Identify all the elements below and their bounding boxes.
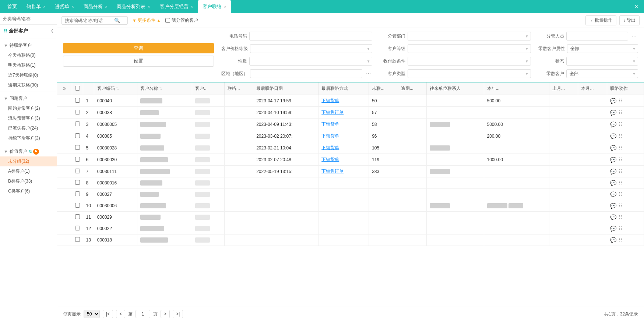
col-this-month[interactable]: 本月...	[578, 82, 607, 95]
more-action-icon[interactable]: ⠿	[619, 145, 622, 151]
more-action-icon[interactable]: ⠿	[619, 237, 622, 243]
nav-tab-商品分析列表[interactable]: 商品分析列表×	[112, 0, 154, 13]
row-checkbox[interactable]	[72, 166, 83, 177]
first-page-btn[interactable]: |<	[103, 310, 113, 318]
col-code[interactable]: 客户编码 ⇅	[94, 82, 137, 95]
my-customers-check[interactable]	[165, 18, 170, 23]
per-page-select[interactable]: 50	[84, 310, 100, 318]
col-unit-contact[interactable]: 往来单位联系人	[427, 82, 484, 95]
row-check-7[interactable]	[75, 180, 80, 185]
last-way-link[interactable]: 下销货单	[321, 121, 339, 127]
sidebar-item-0-3[interactable]: 逾期未联络(30)	[0, 80, 57, 90]
current-page-input[interactable]	[136, 310, 150, 318]
row-checkbox[interactable]	[72, 234, 83, 246]
more-action-icon[interactable]: ⠿	[619, 226, 622, 232]
contact-phone-icon[interactable]: 💬	[610, 98, 616, 104]
sidebar-item-0-2[interactable]: 近7天待联络(0)	[0, 70, 57, 80]
nav-tab-客户联络[interactable]: 客户联络×	[198, 0, 230, 13]
query-btn[interactable]: 查询	[63, 43, 214, 53]
phone-input[interactable]	[249, 32, 372, 40]
nav-tab-销售单[interactable]: 销售单×	[22, 0, 50, 13]
contact-phone-icon[interactable]: 💬	[610, 157, 616, 163]
sidebar-group-2[interactable]: ▼ 价值客户↻⚑	[0, 147, 57, 156]
category-search-input[interactable]	[3, 16, 57, 21]
more-action-icon[interactable]: ⠿	[619, 169, 622, 174]
price-level-select[interactable]	[250, 44, 372, 53]
last-way-link[interactable]: 下销货单	[321, 98, 339, 103]
customer-type-select[interactable]	[408, 69, 531, 78]
contact-phone-icon[interactable]: 💬	[610, 180, 616, 186]
batch-operation-btn[interactable]: ☑ 批量操作	[585, 15, 616, 25]
tab-close-icon[interactable]: ×	[43, 4, 45, 9]
sidebar-item-0-0[interactable]: 今天待联络(0)	[0, 50, 57, 60]
sidebar-collapse-btn[interactable]: 《	[49, 28, 53, 34]
contact-phone-icon[interactable]: 💬	[610, 169, 616, 174]
row-checkbox[interactable]	[72, 154, 83, 166]
row-check-0[interactable]	[75, 98, 80, 103]
prev-page-btn[interactable]: <	[116, 310, 125, 318]
nav-tab-首页[interactable]: 首页	[3, 0, 21, 13]
sidebar-group-0[interactable]: ▼ 待联络客户	[0, 40, 57, 50]
row-checkbox[interactable]	[72, 95, 83, 107]
col-last-date[interactable]: 最后联络日期	[253, 82, 319, 95]
contact-phone-icon[interactable]: 💬	[610, 226, 616, 232]
settings-btn[interactable]: 设置	[63, 56, 214, 67]
region-dots-btn[interactable]: ···	[365, 70, 372, 77]
row-check-6[interactable]	[75, 169, 80, 173]
last-way-link[interactable]: 下销货单	[321, 145, 339, 150]
more-action-icon[interactable]: ⠿	[619, 133, 622, 139]
status-select[interactable]	[566, 57, 638, 66]
row-checkbox[interactable]	[72, 200, 83, 212]
row-check-3[interactable]	[75, 133, 80, 138]
tab-close-icon[interactable]: ×	[71, 4, 74, 9]
row-checkbox[interactable]	[72, 130, 83, 142]
contact-phone-icon[interactable]: 💬	[610, 133, 616, 139]
col-last-month[interactable]: 上月...	[549, 82, 578, 95]
settings-gear-icon[interactable]: ⚙	[62, 86, 66, 91]
nature-select[interactable]	[249, 57, 372, 66]
more-action-icon[interactable]: ⠿	[619, 157, 622, 163]
row-checkbox[interactable]	[72, 119, 83, 130]
row-checkbox[interactable]	[72, 177, 83, 189]
row-check-5[interactable]	[75, 157, 80, 162]
col-contact[interactable]: 联络...	[224, 82, 253, 95]
tab-close-icon[interactable]: ×	[191, 4, 193, 9]
last-way-link[interactable]: 下销售订单	[321, 110, 344, 115]
row-checkbox[interactable]	[72, 212, 83, 223]
row-check-8[interactable]	[75, 191, 80, 196]
col-no-contact[interactable]: 未联...	[369, 82, 398, 95]
sidebar-item-0-1[interactable]: 明天待联络(1)	[0, 60, 57, 70]
row-check-2[interactable]	[75, 121, 80, 126]
scattered-customer-select[interactable]: 全部	[566, 69, 638, 78]
row-check-9[interactable]	[75, 203, 80, 208]
col-action[interactable]: 联络动作	[607, 82, 644, 95]
row-checkbox[interactable]	[72, 223, 83, 234]
contact-phone-icon[interactable]: 💬	[610, 191, 616, 197]
sidebar-item-1-3[interactable]: 持续下滑客户(2)	[0, 133, 57, 143]
dept-select[interactable]	[408, 32, 531, 40]
tab-close-icon[interactable]: ×	[224, 4, 226, 9]
col-last-way[interactable]: 最后联络方式	[319, 82, 369, 95]
contact-phone-icon[interactable]: 💬	[610, 237, 616, 243]
row-check-1[interactable]	[75, 110, 80, 114]
col-this-year[interactable]: 本年...	[484, 82, 549, 95]
col-checkbox[interactable]	[72, 82, 83, 95]
col-setting[interactable]: ⚙	[57, 82, 72, 95]
refresh-icon[interactable]: ↻	[29, 149, 32, 154]
col-overdue[interactable]: 逾期...	[398, 82, 426, 95]
more-conditions-btn[interactable]: ▼ 更多条件 ▲	[132, 17, 161, 24]
my-customers-checkbox[interactable]: 我分管的客户	[165, 17, 198, 24]
nav-tab-进货单[interactable]: 进货单×	[50, 0, 78, 13]
nav-tab-客户分层经营[interactable]: 客户分层经营×	[155, 0, 197, 13]
scattered-attr-select[interactable]: 全部	[567, 44, 638, 53]
close-all-tabs-btn[interactable]: ×	[632, 2, 641, 11]
sidebar-item-2-1[interactable]: A类客户(1)	[0, 166, 57, 176]
row-check-10[interactable]	[75, 214, 80, 219]
row-checkbox[interactable]	[72, 107, 83, 119]
tag-icon[interactable]: ⚑	[33, 149, 39, 155]
last-way-link[interactable]: 下销货单	[321, 157, 339, 162]
row-checkbox[interactable]	[72, 142, 83, 154]
row-check-12[interactable]	[75, 237, 80, 242]
tab-close-icon[interactable]: ×	[148, 4, 150, 9]
last-page-btn[interactable]: >|	[173, 310, 183, 318]
